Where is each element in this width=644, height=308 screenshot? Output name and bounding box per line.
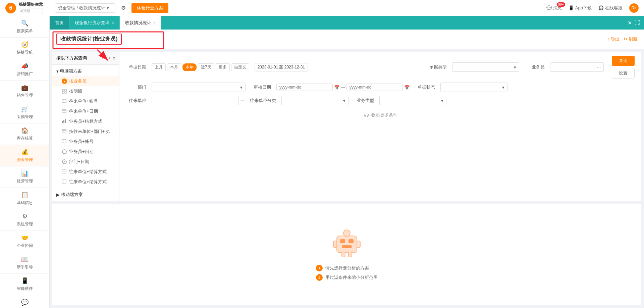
sidebar-item-sales[interactable]: 💼 销售管理 <box>0 81 49 102</box>
tab-payment-stats-close[interactable]: × <box>153 20 156 25</box>
scheme-group-mobile-header[interactable]: ▶ 移动端方案 <box>52 190 119 200</box>
svg-line-19 <box>64 162 65 162</box>
date-btn-last-month[interactable]: 上月 <box>152 63 166 71</box>
scheme-item-counterpart-settlement2[interactable]: 往来单位+结算方式 <box>52 177 119 187</box>
scheme-item-detail[interactable]: 按明细 <box>52 86 119 96</box>
sidebar-item-search[interactable]: 🔍 搜索菜单 <box>0 16 49 38</box>
collapse-more-conditions[interactable]: ∧∧ 收起更多条件 <box>126 109 635 121</box>
sidebar: 🔍 搜索菜单 🧭 快捷导航 📣 营销推广 💼 销售管理 🛒 采购管理 🏠 库存核… <box>0 16 50 308</box>
scheme-item-counterpart-settlement1[interactable]: 往来单位+结算方式 <box>52 167 119 177</box>
scheme-item-counterpart-dept[interactable]: 按往来单位+部门+收... <box>52 126 119 137</box>
scheme-item-salesperson-date[interactable]: 业务员+日期 <box>52 147 119 157</box>
audit-date-to[interactable] <box>346 84 403 91</box>
business-type-select[interactable]: ▾ <box>379 96 446 105</box>
scheme-item-counterpart-account[interactable]: 往来单位+账号 <box>52 96 119 106</box>
tab-close-all-btn[interactable]: ✕ <box>628 20 632 26</box>
date-btn-more[interactable]: 更多 <box>216 63 230 71</box>
collab-icon: 🤝 <box>21 234 29 242</box>
voucher-type-value <box>455 64 460 70</box>
sidebar-item-operations[interactable]: 📊 经营管理 <box>0 166 49 188</box>
sidebar-label-collab: 企业协同 <box>17 243 33 249</box>
empty-steps: 1 请先选择要分析的方案 2 用过滤条件来缩小分析范围 <box>316 265 378 284</box>
scheme-item-counterpart-date-label: 往来单位+日期 <box>69 108 98 114</box>
salesperson-scheme-icon: ● <box>62 79 67 84</box>
sidebar-item-marketing[interactable]: 📣 营销推广 <box>0 59 49 81</box>
sidebar-item-finance[interactable]: 💰 资金管理 <box>0 145 49 166</box>
dept-select[interactable]: ▾ <box>152 83 246 92</box>
svg-rect-9 <box>63 120 64 123</box>
query-button[interactable]: 查询 <box>612 56 635 66</box>
audit-date-from[interactable] <box>276 84 333 91</box>
counterpart-settlement1-icon <box>62 169 67 174</box>
messages-button[interactable]: 💬 消息 99+ <box>546 5 562 11</box>
compass-icon: 🧭 <box>21 41 29 48</box>
scheme-add-icon[interactable]: + <box>101 55 104 61</box>
finance-icon: 💰 <box>21 148 29 156</box>
user-avatar[interactable]: Rit <box>629 3 639 13</box>
scheme-item-counterpart-dept-label: 按往来单位+部门+收... <box>69 129 113 135</box>
scheme-item-counterpart-date[interactable]: 往来单位+日期 <box>52 106 119 116</box>
export-button[interactable]: ↑ 导出 <box>607 36 620 42</box>
sidebar-item-hardware[interactable]: 📱 智能硬件 <box>0 274 49 295</box>
date-btn-7days[interactable]: 近7天 <box>198 63 214 71</box>
tab-bank-flow-close[interactable]: × <box>112 20 114 25</box>
breadcrumb[interactable]: 资金管理 / 收款情况统计 ▾ <box>55 3 115 13</box>
counterpart-category-select[interactable]: ▾ <box>281 96 348 105</box>
tab-payment-stats[interactable]: 收款情况统计 × <box>120 16 161 30</box>
sidebar-item-wechat[interactable]: 💬 企业微信 <box>0 295 49 308</box>
counterpart-label: 往来单位 <box>126 98 146 104</box>
filter-scheme-area: 按以下方案查询 + ⚙ « ▾ 电脑端方案 <box>52 52 641 201</box>
tab-home[interactable]: 首页 <box>50 16 69 30</box>
refresh-icon: ↻ <box>624 37 627 42</box>
sidebar-item-guide[interactable]: 📖 新手引导 <box>0 252 49 274</box>
voucher-type-select[interactable]: ▾ <box>452 62 519 72</box>
empty-state-content: 1 请先选择要分析的方案 2 用过滤条件来缩小分析范围 <box>316 226 378 284</box>
tab-bank-flow[interactable]: 现金银行流水查询 × <box>69 16 120 30</box>
voucher-status-value <box>443 84 448 90</box>
sidebar-label-operations: 经营管理 <box>17 178 33 184</box>
scheme-collapse-icon[interactable]: « <box>112 55 115 61</box>
date-btn-custom[interactable]: 自定义 <box>231 63 249 71</box>
scheme-item-salesperson-account-label: 业务员+账号 <box>69 139 94 145</box>
step-1-text: 请先选择要分析的方案 <box>325 265 369 271</box>
counterpart-select[interactable] <box>152 96 239 105</box>
sidebar-item-inventory[interactable]: 🏠 库存核算 <box>0 123 49 145</box>
scheme-item-by-salesperson[interactable]: ● 按业务员 <box>52 76 119 86</box>
hardware-icon: 📱 <box>21 277 29 285</box>
business-type-value <box>382 98 387 104</box>
settings-icon-btn[interactable]: ⚙ <box>118 3 129 13</box>
sidebar-item-purchase[interactable]: 🛒 采购管理 <box>0 102 49 123</box>
sidebar-item-system[interactable]: ⚙ 系统管理 <box>0 209 49 231</box>
svg-rect-6 <box>62 109 66 113</box>
audit-date-range: 📅 — 📅 <box>276 84 410 91</box>
refresh-button[interactable]: ↻ 刷新 <box>624 36 637 42</box>
sidebar-item-nav[interactable]: 🧭 快捷导航 <box>0 38 49 59</box>
counterpart-more-icon[interactable]: ··· <box>240 98 245 104</box>
scheme-item-salesperson-settlement[interactable]: 业务员+结算方式 <box>52 116 119 126</box>
sidebar-item-collab[interactable]: 🤝 企业协同 <box>0 231 49 252</box>
app-download-button[interactable]: 📱 App下载 <box>569 5 592 11</box>
date-label: 单据日期 <box>126 64 146 70</box>
online-service-button[interactable]: 🎧 在线客服 <box>598 5 623 11</box>
scheme-item-counterpart-settlement1-label: 往来单位+结算方式 <box>69 169 107 175</box>
settings-button[interactable]: 设置 <box>612 68 635 79</box>
system-icon: ⚙ <box>22 213 28 220</box>
date-btn-this-year[interactable]: 本年 <box>182 63 197 71</box>
trial-button[interactable]: 体验行业方案 <box>131 3 168 13</box>
sales-icon: 💼 <box>21 84 29 91</box>
voucher-status-select[interactable]: ▾ <box>440 83 507 92</box>
export-label: 导出 <box>611 36 620 42</box>
scheme-item-salesperson-account[interactable]: 业务员+账号 <box>52 137 119 147</box>
salesperson-select[interactable]: ··· <box>550 62 604 72</box>
step-2-text: 用过滤条件来缩小分析范围 <box>325 274 378 280</box>
tab-expand-btn[interactable]: ⛶ <box>635 20 640 26</box>
svg-point-28 <box>343 230 350 237</box>
sidebar-label-hardware: 智能硬件 <box>17 286 33 292</box>
scheme-settings-icon[interactable]: ⚙ <box>106 55 110 61</box>
date-btn-this-month[interactable]: 本月 <box>167 63 181 71</box>
sidebar-item-basics[interactable]: 📋 基础信息 <box>0 188 49 209</box>
scheme-group-pc-header[interactable]: ▾ 电脑端方案 <box>52 66 119 76</box>
top-header: 6 畅捷通好生意 标准版 资金管理 / 收款情况统计 ▾ ⚙ 体验行业方案 💬 … <box>0 0 644 16</box>
sidebar-label-inventory: 库存核算 <box>17 136 33 141</box>
scheme-item-dept-date[interactable]: 部门+日期 <box>52 157 119 167</box>
